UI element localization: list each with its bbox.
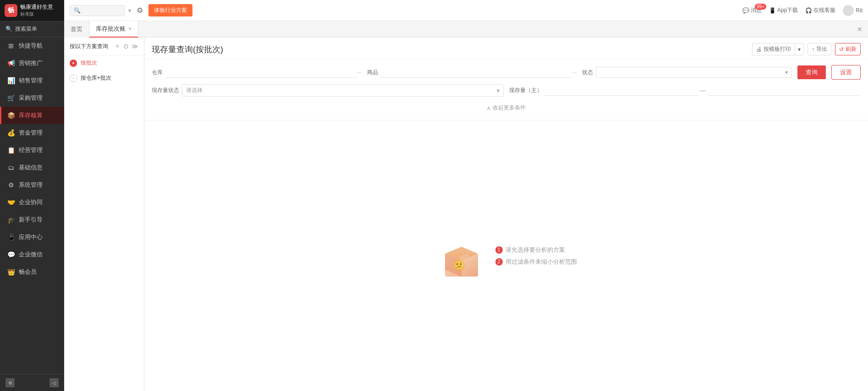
tabbar-close-button[interactable]: ✕: [852, 26, 868, 33]
product-more-icon[interactable]: ···: [572, 69, 577, 76]
sidebar-item-quick-nav[interactable]: ⊞快捷导航: [0, 37, 64, 54]
sidebar-settings-btn[interactable]: ⚙: [5, 378, 15, 387]
export-button[interactable]: ↑ 导出: [808, 43, 831, 55]
user-menu[interactable]: Rit: [843, 5, 863, 16]
try-industry-button[interactable]: 体验行业方案: [148, 4, 192, 16]
print-dropdown-button[interactable]: ▾: [795, 43, 804, 55]
search-icon: 🔍: [5, 26, 12, 32]
empty-state: 😕 1 请先选择要分析的方案: [144, 120, 868, 391]
sidebar-item-purchase[interactable]: 🛒采购管理: [0, 89, 64, 107]
collapse-label: 收起更多条件: [493, 104, 526, 112]
tabbar: 首页 库存批次账 × ✕: [64, 21, 868, 38]
empty-hint-1: 1 请先选择要分析的方案: [495, 246, 577, 254]
warehouse-label: 仓库: [152, 69, 163, 76]
sidebar-item-inventory[interactable]: 📦库存核算: [0, 107, 64, 124]
stock-qty-to-input[interactable]: [708, 85, 861, 96]
tab-inventory-batch[interactable]: 库存批次账 ×: [89, 21, 138, 38]
scheme-settings-icon[interactable]: ⊙: [123, 43, 129, 50]
app-download-button[interactable]: 📱 App下载: [769, 6, 798, 14]
sidebar-item-label-apps: 应用中心: [19, 233, 43, 241]
hint-1-text: 请先选择要分析的方案: [505, 246, 565, 254]
sidebar-item-finance[interactable]: 💰资金管理: [0, 124, 64, 141]
sidebar-item-label-system: 系统管理: [19, 181, 43, 189]
sidebar-item-label-purchase: 采购管理: [19, 94, 43, 102]
empty-hints: 1 请先选择要分析的方案 2 用过滤条件来缩小分析范围: [495, 246, 577, 266]
sidebar-item-label-finance: 资金管理: [19, 129, 43, 137]
hint-1-number: 1: [495, 246, 503, 254]
app-info: 畅康通好生意 标准版: [20, 4, 53, 17]
scheme-active-indicator: ●: [70, 60, 77, 67]
page-title: 现存量查询(按批次): [152, 44, 223, 55]
marketing-icon: 📢: [7, 59, 15, 67]
sidebar-item-sales[interactable]: 📊销售管理: [0, 72, 64, 89]
topbar-right: 💬 消息 99+ 📱 App下载 🎧 在线客服 Rit: [742, 5, 863, 16]
sidebar-item-apps[interactable]: 📱应用中心: [0, 228, 64, 246]
status-chevron-icon: ▾: [785, 69, 788, 76]
sidebar-item-operations[interactable]: 📋经营管理: [0, 141, 64, 159]
collapse-more-conditions[interactable]: ∧ 收起更多条件: [152, 101, 861, 114]
product-filter: 商品 ···: [367, 67, 577, 78]
online-service-button[interactable]: 🎧 在线客服: [805, 6, 835, 14]
sidebar-item-enterprise[interactable]: 🤝企业协同: [0, 194, 64, 211]
left-panel: 按以下方案查询 ＋ ⊙ ≫ ● 按批次 ○ 按仓库+批次: [64, 38, 144, 391]
scheme-item-warehouse-batch[interactable]: ○ 按仓库+批次: [64, 71, 144, 86]
sidebar-item-basic[interactable]: 🗂基础信息: [0, 159, 64, 176]
status-select[interactable]: ▾: [596, 67, 792, 78]
query-button[interactable]: 查询: [797, 65, 826, 79]
sidebar-search[interactable]: 🔍 搜索菜单: [0, 22, 64, 37]
inventory-icon: 📦: [7, 111, 15, 119]
scheme-batch-label: 按批次: [81, 59, 97, 67]
stock-status-select[interactable]: 请选择 ▾: [182, 84, 504, 97]
sidebar-item-label-wechat: 企业微信: [19, 250, 43, 259]
search-icon: 🔍: [74, 7, 81, 14]
tab-home[interactable]: 首页: [64, 21, 89, 38]
tab-close-icon[interactable]: ×: [128, 26, 132, 32]
warehouse-more-icon[interactable]: ···: [357, 69, 362, 76]
warehouse-filter: 仓库 ···: [152, 67, 362, 78]
empty-svg: 😕: [436, 233, 486, 283]
topbar-settings-icon[interactable]: ⚙: [135, 4, 145, 16]
warehouse-input[interactable]: [165, 67, 357, 78]
add-scheme-icon[interactable]: ＋: [114, 42, 121, 50]
settings-button[interactable]: 设置: [831, 65, 861, 80]
empty-hint-2: 2 用过滤条件来缩小分析范围: [495, 258, 577, 266]
app-name: 畅康通好生意: [20, 4, 53, 11]
stock-qty-label: 现存量（主）: [509, 87, 542, 94]
sidebar-item-wechat[interactable]: 💬企业微信: [0, 246, 64, 263]
panel-collapse-icon[interactable]: ≫: [132, 43, 138, 50]
scheme-inactive-indicator: ○: [70, 75, 77, 82]
stock-qty-from-input[interactable]: [545, 85, 698, 96]
product-input[interactable]: [381, 67, 572, 78]
sidebar-item-label-marketing: 营销推广: [19, 59, 43, 67]
message-button[interactable]: 💬 消息 99+: [742, 6, 762, 14]
topbar: 🔍 ▾ ⚙ 体验行业方案 💬 消息 99+ 📱 App下载 🎧 在线客服 Rit: [64, 0, 868, 21]
refresh-button[interactable]: ↺ 刷新: [835, 43, 861, 55]
apps-icon: 📱: [7, 233, 15, 241]
status-label: 状态: [582, 69, 593, 76]
sidebar-item-system[interactable]: ⚙系统管理: [0, 176, 64, 194]
right-panel: 现存量查询(按批次) 🖨 按模板打印 ▾ ↑ 导出 ↺: [144, 38, 868, 391]
stock-status-filter: 现存量状态 请选择 ▾: [152, 84, 504, 97]
topbar-search-box[interactable]: 🔍: [70, 5, 125, 16]
sidebar-item-label-guide: 新手引导: [19, 216, 43, 224]
hint-2-text: 用过滤条件来缩小分析范围: [505, 258, 577, 266]
sidebar-item-guide[interactable]: 🎓新手引导: [0, 211, 64, 228]
sidebar-search-label: 搜索菜单: [15, 25, 37, 33]
sidebar-item-member[interactable]: 👑畅会员: [0, 263, 64, 281]
print-icon: 🖨: [756, 46, 762, 53]
headset-icon: 🎧: [805, 7, 812, 14]
sidebar-item-marketing[interactable]: 📢营销推广: [0, 54, 64, 72]
export-icon: ↑: [812, 46, 814, 53]
empty-illustration: 😕: [436, 233, 482, 279]
app-logo: 畅: [5, 4, 17, 17]
sidebar-item-label-enterprise: 企业协同: [19, 198, 43, 206]
sidebar-collapse-btn[interactable]: ◁: [49, 378, 59, 387]
sidebar-item-label-operations: 经营管理: [19, 146, 43, 154]
basic-icon: 🗂: [7, 163, 15, 172]
print-button[interactable]: 🖨 按模板打印: [752, 43, 795, 55]
page-actions: 🖨 按模板打印 ▾ ↑ 导出 ↺ 刷新: [752, 43, 861, 55]
system-icon: ⚙: [7, 181, 15, 189]
left-panel-title: 按以下方案查询: [70, 43, 108, 50]
topbar-search-chevron[interactable]: ▾: [128, 7, 131, 14]
scheme-item-batch[interactable]: ● 按批次: [64, 55, 144, 71]
